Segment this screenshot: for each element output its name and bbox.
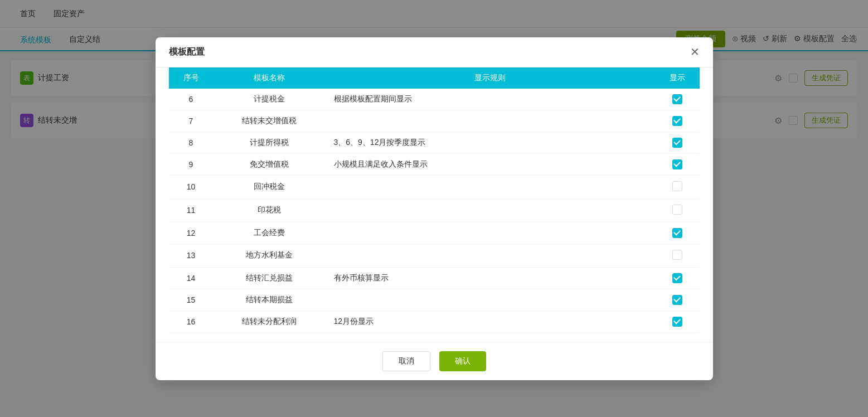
cell-rule: 根据模板配置期间显示 — [325, 89, 655, 110]
cell-name: 回冲税金 — [214, 175, 325, 198]
cell-rule — [325, 244, 655, 267]
checkbox-row-6[interactable] — [672, 94, 682, 104]
background-page: 首页 固定资产 系统模板 自定义结 测算金额 ⊙ 视频 ↺ 刷新 ⚙ 模板配置 … — [0, 0, 868, 417]
table-row: 13地方水利基金 — [169, 244, 700, 267]
cell-seq: 9 — [169, 153, 214, 175]
cell-seq: 14 — [169, 267, 214, 289]
table-row: 12工会经费 — [169, 222, 700, 244]
checkbox-row-9[interactable] — [672, 159, 682, 169]
cell-seq: 8 — [169, 132, 214, 153]
cell-checkbox — [655, 311, 700, 332]
checkbox-row-11[interactable] — [672, 205, 682, 215]
col-rule: 显示规则 — [325, 67, 655, 89]
confirm-button[interactable]: 确认 — [439, 351, 486, 371]
checkbox-row-8[interactable] — [672, 138, 682, 148]
cell-seq: 12 — [169, 222, 214, 244]
table-body: 6计提税金根据模板配置期间显示7结转未交增值税8计提所得税3、6、9、12月按季… — [169, 89, 700, 333]
table-row: 15结转本期损益 — [169, 289, 700, 311]
table-row: 6计提税金根据模板配置期间显示 — [169, 89, 700, 110]
cell-checkbox — [655, 198, 700, 222]
cell-checkbox — [655, 222, 700, 244]
cell-checkbox — [655, 289, 700, 311]
checkbox-row-10[interactable] — [672, 181, 682, 191]
cell-name: 计提所得税 — [214, 132, 325, 153]
modal-title: 模板配置 — [169, 46, 205, 58]
cell-name: 计提税金 — [214, 89, 325, 110]
cell-name: 结转未分配利润 — [214, 311, 325, 332]
table-row: 14结转汇兑损益有外币核算显示 — [169, 267, 700, 289]
cell-rule — [325, 222, 655, 244]
cell-checkbox — [655, 132, 700, 153]
table-row: 10回冲税金 — [169, 175, 700, 198]
col-seq: 序号 — [169, 67, 214, 89]
cell-name: 工会经费 — [214, 222, 325, 244]
checkbox-row-15[interactable] — [672, 295, 682, 305]
cell-seq: 6 — [169, 89, 214, 110]
table-wrapper[interactable]: 序号 模板名称 显示规则 显示 6计提税金根据模板配置期间显示7结转未交增值税8… — [169, 67, 700, 333]
table-row: 9免交增值税小规模且满足收入条件显示 — [169, 153, 700, 175]
cell-rule: 有外币核算显示 — [325, 267, 655, 289]
checkbox-row-14[interactable] — [672, 273, 682, 283]
cell-name: 印花税 — [214, 198, 325, 222]
cell-seq: 7 — [169, 110, 214, 132]
cell-rule: 12月份显示 — [325, 311, 655, 332]
modal-footer: 取消 确认 — [156, 342, 713, 380]
cell-seq: 16 — [169, 311, 214, 332]
cell-seq: 10 — [169, 175, 214, 198]
modal-overlay: 模板配置 ✕ 序号 模板名称 显示规则 显示 — [0, 0, 868, 417]
cell-rule: 小规模且满足收入条件显示 — [325, 153, 655, 175]
modal-body: 序号 模板名称 显示规则 显示 6计提税金根据模板配置期间显示7结转未交增值税8… — [156, 67, 713, 342]
cell-name: 结转未交增值税 — [214, 110, 325, 132]
table-row: 16结转未分配利润12月份显示 — [169, 311, 700, 332]
cancel-button[interactable]: 取消 — [382, 351, 430, 371]
checkbox-row-7[interactable] — [672, 116, 682, 126]
cell-name: 结转汇兑损益 — [214, 267, 325, 289]
cell-checkbox — [655, 110, 700, 132]
modal-template-config: 模板配置 ✕ 序号 模板名称 显示规则 显示 — [156, 37, 713, 380]
table-row: 7结转未交增值税 — [169, 110, 700, 132]
cell-name: 免交增值税 — [214, 153, 325, 175]
cell-checkbox — [655, 153, 700, 175]
cell-rule: 3、6、9、12月按季度显示 — [325, 132, 655, 153]
cell-rule — [325, 175, 655, 198]
cell-checkbox — [655, 175, 700, 198]
cell-rule — [325, 110, 655, 132]
cell-rule — [325, 289, 655, 311]
checkbox-row-12[interactable] — [672, 228, 682, 238]
cell-rule — [325, 198, 655, 222]
cell-name: 地方水利基金 — [214, 244, 325, 267]
config-table: 序号 模板名称 显示规则 显示 6计提税金根据模板配置期间显示7结转未交增值税8… — [169, 67, 700, 333]
cell-seq: 11 — [169, 198, 214, 222]
col-show: 显示 — [655, 67, 700, 89]
modal-header: 模板配置 ✕ — [156, 37, 713, 67]
modal-close-button[interactable]: ✕ — [690, 46, 700, 57]
checkbox-row-13[interactable] — [672, 250, 682, 260]
table-row: 11印花税 — [169, 198, 700, 222]
table-row: 8计提所得税3、6、9、12月按季度显示 — [169, 132, 700, 153]
col-name: 模板名称 — [214, 67, 325, 89]
table-header: 序号 模板名称 显示规则 显示 — [169, 67, 700, 89]
checkbox-row-16[interactable] — [672, 317, 682, 327]
cell-seq: 15 — [169, 289, 214, 311]
cell-name: 结转本期损益 — [214, 289, 325, 311]
cell-checkbox — [655, 244, 700, 267]
cell-checkbox — [655, 267, 700, 289]
cell-seq: 13 — [169, 244, 214, 267]
cell-checkbox — [655, 89, 700, 110]
